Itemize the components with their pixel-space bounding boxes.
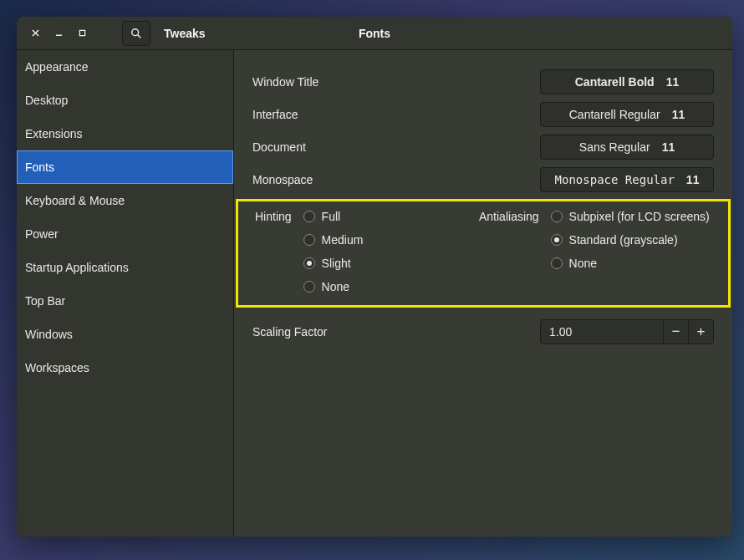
tweaks-window: Tweaks Fonts AppearanceDesktopExtensions…: [17, 17, 732, 537]
scaling-decrement-button[interactable]: −: [663, 320, 688, 344]
radio-label: None: [322, 280, 349, 293]
font-size: 11: [686, 173, 700, 186]
radio-option[interactable]: Standard (grayscale): [551, 233, 710, 247]
font-size: 11: [672, 108, 685, 121]
radio-label: Medium: [322, 233, 364, 247]
sidebar-item-power[interactable]: Power: [17, 217, 233, 251]
sidebar-item-extensions[interactable]: Extensions: [17, 117, 233, 150]
font-name: Cantarell Bold: [575, 75, 655, 89]
scaling-value: 1.00: [541, 325, 663, 339]
font-picker-button[interactable]: Sans Regular11: [540, 135, 714, 160]
font-row-label: Window Title: [252, 75, 318, 89]
minimize-button[interactable]: [47, 23, 70, 44]
fonts-panel: Window TitleCantarell Bold11InterfaceCan…: [234, 50, 732, 537]
sidebar-item-keyboard-mouse[interactable]: Keyboard & Mouse: [17, 184, 233, 217]
hinting-label: Hinting: [255, 210, 292, 293]
svg-point-1: [132, 28, 139, 35]
radio-option[interactable]: Full: [303, 210, 364, 223]
radio-indicator-icon: [303, 281, 315, 293]
font-row-interface: InterfaceCantarell Regular11: [252, 98, 714, 130]
radio-option[interactable]: Medium: [303, 233, 364, 247]
sidebar-item-desktop[interactable]: Desktop: [17, 84, 233, 117]
radio-label: Full: [322, 210, 341, 223]
font-picker-button[interactable]: Monospace Regular11: [540, 167, 714, 192]
radio-indicator-icon: [551, 234, 563, 246]
font-row-label: Document: [252, 140, 306, 154]
font-name: Monospace Regular: [555, 173, 675, 186]
antialiasing-label: Antialiasing: [479, 210, 539, 293]
radio-indicator-icon: [551, 257, 563, 269]
radio-option[interactable]: None: [303, 280, 364, 293]
close-icon: [32, 29, 39, 37]
scaling-row: Scaling Factor 1.00 − +: [252, 319, 714, 344]
font-size: 11: [662, 140, 675, 154]
font-row-window-title: Window TitleCantarell Bold11: [252, 65, 714, 98]
font-row-label: Interface: [252, 108, 298, 121]
radio-label: Slight: [322, 257, 351, 270]
search-icon: [130, 28, 142, 39]
radio-option[interactable]: Slight: [303, 257, 364, 270]
window-body: AppearanceDesktopExtensionsFontsKeyboard…: [17, 50, 732, 537]
hinting-group: Hinting FullMediumSlightNone: [255, 210, 479, 293]
window-controls: [23, 23, 94, 44]
sidebar-item-top-bar[interactable]: Top Bar: [17, 284, 233, 318]
radio-label: None: [569, 257, 597, 270]
antialiasing-group: Antialiasing Subpixel (for LCD screens)S…: [479, 210, 711, 293]
radio-label: Standard (grayscale): [569, 233, 678, 247]
radio-indicator-icon: [303, 257, 315, 269]
sidebar-item-windows[interactable]: Windows: [17, 318, 233, 351]
font-row-document: DocumentSans Regular11: [252, 130, 714, 163]
radio-indicator-icon: [551, 211, 563, 222]
header-bar: Tweaks Fonts: [17, 17, 732, 50]
maximize-icon: [79, 29, 86, 37]
svg-rect-0: [79, 30, 84, 35]
sidebar: AppearanceDesktopExtensionsFontsKeyboard…: [17, 50, 234, 537]
font-picker-button[interactable]: Cantarell Regular11: [540, 102, 714, 127]
sidebar-item-workspaces[interactable]: Workspaces: [17, 351, 233, 384]
highlighted-section: Hinting FullMediumSlightNone Antialiasin…: [236, 199, 731, 308]
font-row-monospace: MonospaceMonospace Regular11: [252, 163, 714, 196]
font-name: Cantarell Regular: [569, 108, 660, 121]
minimize-icon: [55, 29, 63, 37]
radio-label: Subpixel (for LCD screens): [569, 210, 710, 223]
scaling-label: Scaling Factor: [252, 325, 327, 339]
sidebar-item-fonts[interactable]: Fonts: [17, 150, 233, 184]
font-name: Sans Regular: [579, 140, 650, 154]
sidebar-item-startup-applications[interactable]: Startup Applications: [17, 251, 233, 284]
maximize-button[interactable]: [70, 23, 94, 44]
font-row-label: Monospace: [252, 173, 313, 186]
app-title: Tweaks: [164, 27, 206, 40]
scaling-stepper[interactable]: 1.00 − +: [540, 319, 714, 344]
radio-indicator-icon: [303, 234, 315, 246]
sidebar-item-appearance[interactable]: Appearance: [17, 50, 233, 84]
scaling-increment-button[interactable]: +: [688, 320, 713, 344]
font-size: 11: [666, 75, 680, 89]
search-button[interactable]: [122, 21, 150, 46]
radio-option[interactable]: Subpixel (for LCD screens): [551, 210, 710, 223]
close-button[interactable]: [23, 23, 47, 44]
font-picker-button[interactable]: Cantarell Bold11: [540, 69, 714, 94]
radio-option[interactable]: None: [551, 257, 710, 270]
radio-indicator-icon: [303, 211, 315, 222]
